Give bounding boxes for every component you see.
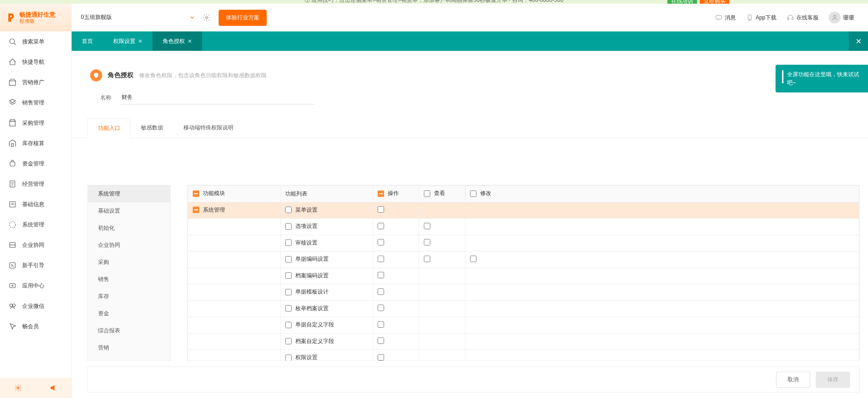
nav-item[interactable]: 新手引导 [0, 255, 71, 276]
nav-icon [8, 78, 17, 86]
row-op-check[interactable] [378, 288, 384, 295]
org-select[interactable]: 0五组旗舰版 [78, 9, 198, 26]
nav-icon [8, 159, 17, 168]
category-item[interactable]: 系统管理 [88, 185, 170, 202]
row-op-check[interactable] [378, 206, 384, 213]
row-op-check[interactable] [378, 256, 384, 262]
nav-item[interactable]: 应用中心 [0, 276, 71, 296]
row-op-check[interactable] [378, 321, 384, 328]
col-op-check[interactable]: 操作 [378, 190, 399, 197]
category-item[interactable]: 基础设置 [88, 202, 170, 220]
category-item[interactable]: 初始化 [88, 220, 170, 237]
close-icon[interactable]: ✕ [188, 38, 192, 44]
name-value: 财务 [121, 91, 315, 104]
category-item[interactable]: 企业协同 [88, 237, 170, 254]
row-view-check[interactable] [424, 256, 430, 262]
row-view-check[interactable] [424, 239, 430, 245]
tab-bar: 首页权限设置✕角色授权✕ ✕ [72, 31, 868, 51]
row-view-check[interactable] [424, 223, 430, 229]
nav-icon [8, 119, 17, 127]
tab[interactable]: 首页 [72, 31, 103, 51]
nav-item[interactable]: 营销推广 [0, 72, 71, 92]
logo-icon [6, 12, 17, 23]
row-op-check[interactable] [378, 337, 384, 344]
row-name-check[interactable]: 审核设置 [285, 239, 318, 247]
category-item[interactable]: 采购 [88, 254, 170, 271]
app-download-button[interactable]: App下载 [746, 14, 776, 22]
nav-item[interactable]: 畅会员 [0, 316, 71, 337]
row-op-check[interactable] [378, 354, 384, 361]
top-banner: ① 应用技巧：点击左侧菜单>销售管理>销货单，添加客户和商品体验30秒极速开单~… [0, 0, 868, 4]
user-icon [831, 14, 838, 21]
speaker-icon[interactable] [49, 384, 58, 392]
svg-rect-4 [788, 18, 789, 20]
tab[interactable]: 角色授权✕ [153, 31, 202, 51]
table-row: 单据编码设置 [188, 251, 859, 268]
row-op-check[interactable] [378, 223, 384, 229]
close-icon[interactable]: ✕ [138, 38, 142, 44]
content-tab[interactable]: 移动端特殊权限说明 [173, 118, 244, 138]
svg-rect-1 [716, 15, 721, 19]
chevron-down-icon [189, 14, 196, 21]
row-name-check[interactable]: 单据模板设计 [285, 288, 329, 296]
row-name-check[interactable]: 档案编码设置 [285, 272, 329, 280]
support-button[interactable]: 在线客服 [787, 14, 819, 22]
row-module-check[interactable]: 系统管理 [193, 206, 225, 214]
row-name-check[interactable]: 选项设置 [285, 222, 318, 230]
close-all-tabs[interactable]: ✕ [849, 31, 868, 51]
col-view-check[interactable]: 查看 [424, 190, 445, 197]
row-op-check[interactable] [378, 305, 384, 311]
category-item[interactable]: 综合报表 [88, 322, 170, 339]
nav-item[interactable]: 销售管理 [0, 92, 71, 113]
nav-item[interactable]: 采购管理 [0, 113, 71, 133]
messages-button[interactable]: 消息 [715, 14, 736, 22]
nav-item[interactable]: 库存核算 [0, 133, 71, 153]
row-name-check[interactable]: 档案自定义字段 [285, 337, 334, 345]
fullscreen-callout[interactable]: 全屏功能在这里哦，快来试试吧~ [776, 65, 868, 92]
logo-line1: 畅捷通好生意 [19, 12, 55, 18]
nav-item[interactable]: 搜索菜单 [0, 31, 71, 52]
table-row: 档案自定义字段 [188, 333, 859, 350]
nav-item[interactable]: 资金管理 [0, 153, 71, 174]
settings-button[interactable] [198, 9, 215, 26]
table-row: 单据自定义字段 [188, 317, 859, 334]
row-name-check[interactable]: 权限设置 [285, 354, 318, 361]
cancel-button[interactable]: 取消 [776, 372, 810, 388]
save-button: 保存 [816, 372, 850, 388]
nav-icon [8, 322, 17, 331]
svg-rect-11 [10, 162, 15, 166]
banner-train-button[interactable]: 在线培训 [667, 0, 697, 4]
category-item[interactable]: 云应用 [88, 356, 170, 361]
user-menu[interactable]: 珊珊 [829, 12, 854, 24]
row-name-check[interactable]: 菜单设置 [285, 206, 318, 214]
org-value: 0五组旗舰版 [81, 13, 112, 21]
row-edit-check[interactable] [470, 256, 477, 262]
category-item[interactable]: 营销 [88, 339, 170, 356]
nav-item[interactable]: 企业微信 [0, 296, 71, 316]
content-tab[interactable]: 功能入口 [87, 118, 131, 138]
headset-icon [787, 14, 794, 21]
col-edit-check[interactable]: 修改 [470, 190, 491, 197]
tab[interactable]: 权限设置✕ [103, 31, 153, 51]
category-item[interactable]: 销售 [88, 271, 170, 288]
permission-grid[interactable]: 功能模块 功能列表 操作 查看 修改 系统管理菜单设置选项设置审核设置单据编码设… [187, 185, 860, 361]
row-name-check[interactable]: 单据编码设置 [285, 255, 329, 263]
category-item[interactable]: 库存 [88, 288, 170, 305]
svg-point-0 [206, 17, 208, 19]
row-name-check[interactable]: 单据自定义字段 [285, 321, 334, 329]
nav-item[interactable]: 经营管理 [0, 174, 71, 194]
content-tab[interactable]: 敏感数据 [131, 118, 173, 138]
row-op-check[interactable] [378, 239, 384, 245]
nav-item[interactable]: 企业协同 [0, 235, 71, 255]
nav-item[interactable]: 快捷导航 [0, 52, 71, 72]
nav-item[interactable]: 系统管理 [0, 214, 71, 235]
banner-buy-button[interactable]: 立即购买 [700, 0, 729, 4]
row-name-check[interactable]: 枚举档案设置 [285, 305, 329, 312]
col-module-check[interactable]: 功能模块 [193, 190, 225, 197]
industry-plan-button[interactable]: 体验行业方案 [219, 10, 267, 26]
category-item[interactable]: 资金 [88, 305, 170, 322]
nav-icon [8, 139, 17, 147]
row-op-check[interactable] [378, 272, 384, 278]
nav-item[interactable]: 基础信息 [0, 194, 71, 214]
gear-icon[interactable] [14, 384, 22, 392]
